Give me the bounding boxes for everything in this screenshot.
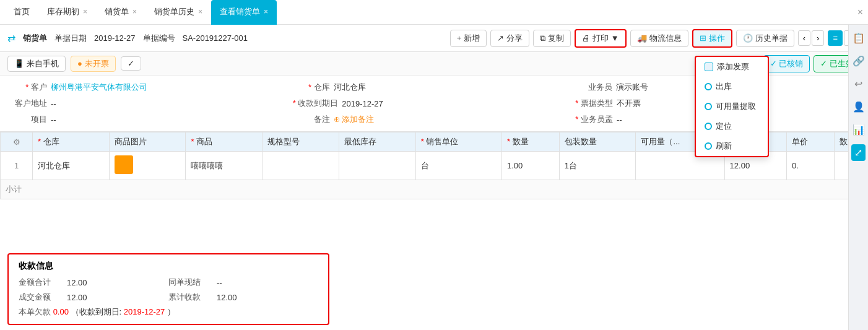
col-settings[interactable]: ⚙ <box>1 132 33 152</box>
add-invoice-item[interactable]: 添加发票 <box>696 57 768 77</box>
from-phone-button[interactable]: 📱 来自手机 <box>7 56 66 72</box>
operate-dropdown: 添加发票 出库 可用量提取 定位 刷新 <box>695 56 769 157</box>
outbound-item[interactable]: 出库 <box>696 77 768 97</box>
confirm-button[interactable]: ✓ <box>121 56 141 71</box>
logistics-button[interactable]: 🚚 物流信息 <box>630 30 688 47</box>
deal-value: 12.00 <box>67 293 87 302</box>
copy-button[interactable]: ⧉ 复制 <box>533 30 571 47</box>
warehouse-row: 仓库 河北仓库 <box>293 82 576 93</box>
right-icon-return[interactable]: ↩ <box>852 76 865 92</box>
outbound-icon <box>705 83 712 90</box>
prev-button[interactable]: ‹ <box>798 30 810 46</box>
total-label: 金额合计 <box>19 277 62 288</box>
tab-sales-label: 销货单 <box>105 6 129 17</box>
tab-inventory-close[interactable]: × <box>83 7 87 16</box>
not-open-button[interactable]: ● 未开票 <box>71 56 116 72</box>
payment-grid: 金额合计 12.00 同单现结 -- 成交金额 12.00 累计收款 12.00… <box>19 277 318 318</box>
confirm-icon: ✓ <box>128 59 134 68</box>
payment-date-row: 收款到期日 2019-12-27 <box>293 98 576 109</box>
available-qty-item[interactable]: 可用量提取 <box>696 97 768 116</box>
row-pack-qty: 1台 <box>559 152 636 180</box>
col-product-img: 商品图片 <box>109 132 186 152</box>
col-spec: 规格型号 <box>263 132 339 152</box>
operate-button[interactable]: ⊞ 操作 <box>692 29 732 48</box>
col-unit: * 销售单位 <box>415 132 501 152</box>
date-label: 单据日期 <box>54 33 87 44</box>
refresh-item[interactable]: 刷新 <box>696 136 768 156</box>
subtotal-row: 小计 <box>1 180 868 199</box>
print-button[interactable]: 🖨 打印 ▼ <box>575 29 627 48</box>
plus-icon: ⊕ <box>334 115 340 124</box>
right-panel: 📋 🔗 ↩ 👤 📊 ⤢ <box>848 25 868 330</box>
sales-manager-value: -- <box>617 115 622 124</box>
tab-sales-history[interactable]: 销货单历史 × <box>145 0 211 25</box>
close-all-button[interactable]: × <box>857 7 863 18</box>
tab-sales-close[interactable]: × <box>132 7 137 16</box>
right-icon-chart[interactable]: 📊 <box>850 121 867 138</box>
right-icon-link[interactable]: 🔗 <box>850 53 867 69</box>
project-label: 项目 <box>10 114 47 125</box>
same-order-label: 同单现结 <box>168 277 212 288</box>
doc-type-label: 销货单 <box>23 33 47 44</box>
tab-sales-history-label: 销货单历史 <box>154 6 194 17</box>
available-qty-label: 可用量提取 <box>716 101 756 112</box>
note-row: 备注 ⊕ 添加备注 <box>293 114 576 125</box>
row-num: 1 <box>1 152 33 180</box>
owed-date: 2019-12-27 <box>124 307 165 316</box>
header-actions: + 新增 ↗ 分享 ⧉ 复制 🖨 打印 ▼ 🚚 物流信息 <box>450 29 861 48</box>
deal-label: 成交金额 <box>19 292 62 303</box>
num-value: SA-20191227-001 <box>183 33 248 43</box>
address-row: 客户地址 -- <box>10 98 293 109</box>
new-button[interactable]: + 新增 <box>450 30 487 47</box>
tab-home[interactable]: 首页 <box>5 0 38 25</box>
owed-note: （收款到期日: <box>71 307 122 316</box>
same-order-row: 同单现结 -- <box>168 277 318 288</box>
share-button[interactable]: ↗ 分享 <box>490 30 529 47</box>
cumulative-row: 累计收款 12.00 <box>168 292 318 303</box>
owed-label: 本单欠款 <box>19 307 51 316</box>
customer-value[interactable]: 柳州粤港平安气体有限公司 <box>51 82 147 93</box>
history-icon: 🕐 <box>743 33 753 43</box>
row-product-name: 嘻嘻嘻嘻 <box>186 152 263 180</box>
tab-inventory-label: 库存期初 <box>47 6 79 17</box>
next-button[interactable]: › <box>812 30 824 46</box>
logistics-icon: 🚚 <box>637 33 647 43</box>
sales-manager-label: 业务员孟 <box>575 114 613 125</box>
col-product: * 商品 <box>186 132 263 152</box>
refresh-icon <box>705 142 712 150</box>
add-note-button[interactable]: ⊕ 添加备注 <box>334 114 375 125</box>
locate-item[interactable]: 定位 <box>696 116 768 136</box>
project-value: -- <box>51 115 56 124</box>
row-quantity: 1.00 <box>501 152 559 180</box>
operate-icon: ⊞ <box>700 33 706 43</box>
right-icon-user[interactable]: 👤 <box>850 98 867 115</box>
available-qty-icon <box>705 103 712 110</box>
print-dropdown-icon: ▼ <box>611 33 619 43</box>
col-pack-qty: 包装数量 <box>559 132 636 152</box>
cumulative-value: 12.00 <box>217 293 237 302</box>
total-value: 12.00 <box>67 278 87 287</box>
add-invoice-label: 添加发票 <box>717 61 749 72</box>
history-button[interactable]: 🕐 历史单据 <box>736 30 794 47</box>
already-sold-button[interactable]: ✓ 已核销 <box>763 55 810 72</box>
print-icon: 🖨 <box>582 33 590 43</box>
row-price: 0. <box>787 152 835 180</box>
tab-view-sales-close[interactable]: × <box>264 7 268 16</box>
row-unit: 台 <box>415 152 501 180</box>
view-list-button[interactable]: ≡ <box>828 30 843 46</box>
share-icon: ↗ <box>497 33 504 43</box>
right-icon-doc[interactable]: 📋 <box>850 30 867 46</box>
tab-sales-history-close[interactable]: × <box>198 7 202 16</box>
staff-value: 演示账号 <box>616 82 648 93</box>
payment-date-value: 2019-12-27 <box>342 99 383 108</box>
header-bar: ⇄ 销货单 单据日期 2019-12-27 单据编号 SA-20191227-0… <box>0 25 868 52</box>
not-open-icon: ● <box>77 59 82 68</box>
row-min-stock <box>339 152 415 180</box>
warehouse-value: 河北仓库 <box>334 82 366 93</box>
right-icon-expand[interactable]: ⤢ <box>851 144 866 161</box>
tab-view-sales[interactable]: 查看销货单 × <box>211 0 277 25</box>
tab-inventory[interactable]: 库存期初 × <box>38 0 96 25</box>
copy-icon: ⧉ <box>540 33 545 43</box>
tab-sales[interactable]: 销货单 × <box>96 0 145 25</box>
locate-icon <box>705 123 712 130</box>
